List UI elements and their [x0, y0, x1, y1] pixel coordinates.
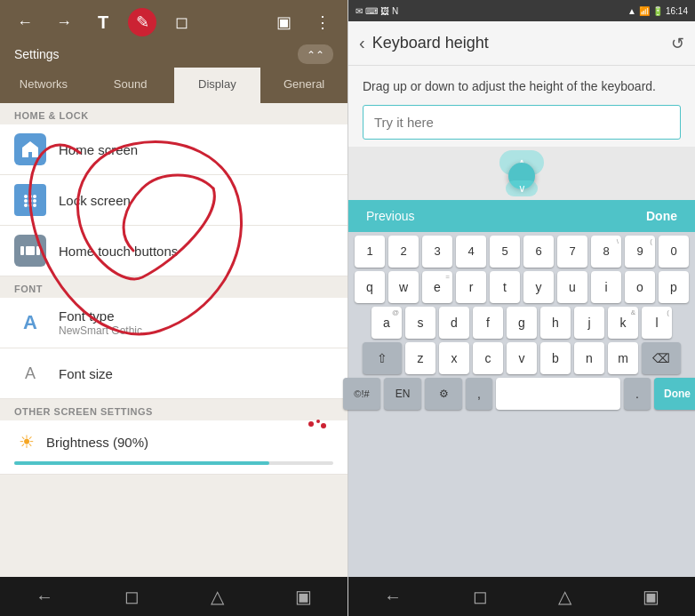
nav-menu-icon[interactable]: ▣ — [295, 586, 312, 607]
tab-general[interactable]: General — [260, 68, 348, 103]
svg-rect-11 — [36, 246, 40, 255]
status-left-icons: ✉ ⌨ 🖼 N — [355, 6, 398, 16]
key-i[interactable]: i — [591, 271, 621, 303]
home-screen-item[interactable]: Home screen — [0, 124, 348, 175]
key-e[interactable]: e= — [422, 271, 452, 303]
prev-done-bar: Previous Done — [348, 200, 695, 232]
menu-icon[interactable]: ⋮ — [308, 8, 337, 36]
key-r[interactable]: r — [456, 271, 486, 303]
svg-point-7 — [28, 204, 32, 207]
key-k[interactable]: k& — [608, 307, 638, 339]
tab-networks[interactable]: Networks — [0, 68, 87, 103]
nav-right-home-icon[interactable]: △ — [558, 586, 571, 607]
key-z[interactable]: z — [405, 342, 435, 374]
back-icon[interactable]: ← — [11, 8, 39, 36]
nav-right-menu-icon[interactable]: ▣ — [643, 586, 659, 607]
key-7[interactable]: 7 — [557, 236, 587, 268]
kb-row-asdf: a@ s d f g h j k& l( — [350, 307, 693, 339]
key-9[interactable]: 9( — [625, 236, 655, 268]
comma-key[interactable]: , — [466, 378, 492, 410]
key-p[interactable]: p — [659, 271, 689, 303]
key-y[interactable]: y — [523, 271, 554, 303]
try-it-here-input[interactable] — [363, 106, 680, 139]
pen-icon[interactable]: ✎ — [128, 8, 156, 36]
home-touch-buttons-item[interactable]: Home touch buttons — [0, 226, 348, 276]
key-o[interactable]: o — [625, 271, 655, 303]
key-u[interactable]: u — [557, 271, 587, 303]
font-type-title: Font type — [59, 308, 333, 324]
key-l[interactable]: l( — [642, 307, 672, 339]
brightness-slider-fill — [14, 461, 269, 465]
key-s[interactable]: s — [405, 307, 435, 339]
home-screen-title: Home screen — [59, 142, 333, 157]
text-icon[interactable]: T — [89, 8, 117, 36]
svg-point-5 — [33, 199, 36, 203]
font-size-item[interactable]: A Font size — [0, 348, 348, 399]
done-button-bar[interactable]: Done — [646, 209, 677, 223]
font-size-title: Font size — [59, 366, 333, 381]
svg-point-1 — [28, 195, 32, 198]
header-refresh-button[interactable]: ↺ — [671, 34, 684, 53]
keyboard-height-header: ‹ Keyboard height ↺ — [348, 21, 695, 66]
lock-screen-item[interactable]: Lock screen — [0, 175, 348, 226]
tab-display[interactable]: Display — [174, 68, 261, 103]
delete-key[interactable]: ⌫ — [642, 342, 681, 374]
key-f[interactable]: f — [473, 307, 503, 339]
header-back-button[interactable]: ‹ — [359, 33, 365, 53]
status-time: 16:14 — [666, 6, 688, 16]
key-4[interactable]: 4 — [456, 236, 486, 268]
nav-back-icon[interactable]: ← — [36, 587, 53, 607]
eraser-icon[interactable]: ◻ — [167, 8, 196, 36]
nav-home-icon[interactable]: △ — [211, 586, 224, 607]
key-g[interactable]: g — [507, 307, 537, 339]
shift-key[interactable]: ⇧ — [363, 342, 402, 374]
brightness-item[interactable]: ☀ Brightness (90%) — [0, 420, 348, 475]
font-type-item[interactable]: A Font type NewSmart Gothic — [0, 298, 348, 348]
save-icon[interactable]: ▣ — [269, 8, 298, 36]
key-b[interactable]: b — [540, 342, 571, 374]
settings-key[interactable]: ⚙ — [425, 378, 462, 410]
home-screen-icon — [14, 133, 46, 165]
settings-label: Settings — [14, 47, 60, 61]
nav-right-back-icon[interactable]: ← — [384, 587, 402, 607]
nav-right-recents-icon[interactable]: ◻ — [473, 586, 488, 607]
tab-sound[interactable]: Sound — [87, 68, 174, 103]
key-q[interactable]: q — [355, 271, 385, 303]
svg-point-3 — [24, 199, 28, 203]
key-x[interactable]: x — [439, 342, 469, 374]
height-adjuster[interactable]: ∧ ∨ — [348, 147, 695, 200]
key-w[interactable]: w — [388, 271, 419, 303]
svg-point-6 — [24, 204, 28, 207]
key-c[interactable]: c — [473, 342, 503, 374]
forward-icon[interactable]: → — [50, 8, 78, 36]
key-m[interactable]: m — [608, 342, 638, 374]
svg-point-4 — [28, 199, 32, 203]
space-key[interactable] — [496, 378, 620, 410]
nav-recents-icon[interactable]: ◻ — [124, 586, 140, 607]
key-5[interactable]: 5 — [490, 236, 520, 268]
brightness-slider-track — [14, 461, 333, 465]
key-3[interactable]: 3 — [422, 236, 452, 268]
section-home-lock: HOME & LOCK — [0, 103, 348, 124]
previous-button[interactable]: Previous — [366, 209, 414, 223]
home-touch-title: Home touch buttons — [59, 244, 333, 259]
key-6[interactable]: 6 — [523, 236, 554, 268]
key-a[interactable]: a@ — [371, 307, 402, 339]
key-n[interactable]: n — [574, 342, 604, 374]
key-j[interactable]: j — [574, 307, 604, 339]
key-0[interactable]: 0 — [659, 236, 689, 268]
key-v[interactable]: v — [507, 342, 537, 374]
key-h[interactable]: h — [540, 307, 571, 339]
kb-row-zxcv: ⇧ z x c v b n m ⌫ — [350, 342, 693, 374]
key-d[interactable]: d — [439, 307, 469, 339]
expand-button[interactable]: ⌃⌃ — [298, 44, 333, 64]
symbols-key[interactable]: ©!# — [343, 378, 380, 410]
done-keyboard-key[interactable]: Done — [654, 378, 695, 410]
language-key[interactable]: EN — [384, 378, 421, 410]
try-input-container — [363, 105, 681, 140]
key-1[interactable]: 1 — [355, 236, 385, 268]
key-t[interactable]: t — [490, 271, 520, 303]
key-2[interactable]: 2 — [388, 236, 419, 268]
period-key[interactable]: . — [624, 378, 651, 410]
key-8[interactable]: 8\ — [591, 236, 621, 268]
